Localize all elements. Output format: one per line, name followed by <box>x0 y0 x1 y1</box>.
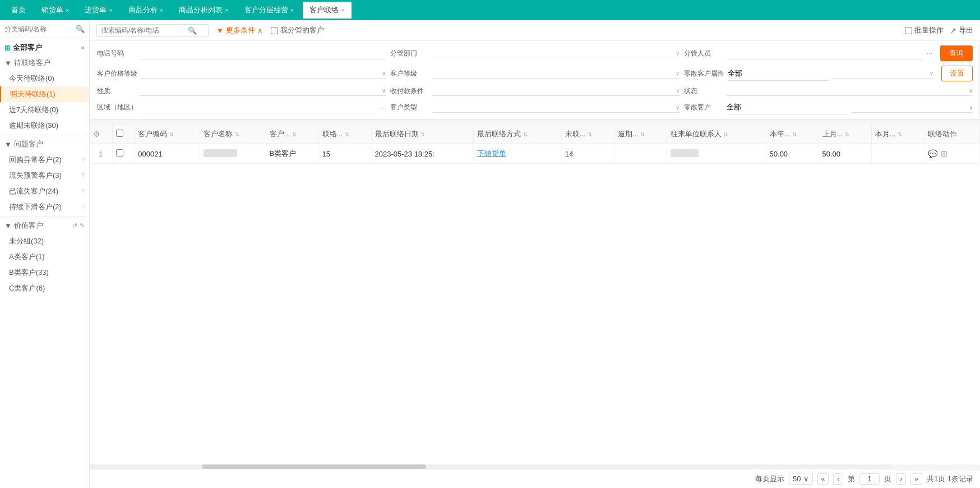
filter-select-dept[interactable]: ∨ <box>433 48 679 58</box>
batch-checkbox[interactable] <box>905 27 912 34</box>
sort-icon-method: ⇅ <box>523 131 528 137</box>
dots-btn-region[interactable]: ··· <box>380 104 386 112</box>
cell-checkbox[interactable] <box>112 144 135 164</box>
qr-icon[interactable]: ⊞ <box>941 149 947 158</box>
sidebar-item-churned[interactable]: 已流失客户(24) ? <box>0 183 89 199</box>
sidebar-item-today-contact[interactable]: 今天待联络(0) <box>0 71 89 86</box>
filter-select-retail-attr-val[interactable]: ∨ <box>832 68 933 79</box>
nav-close-customer-tier[interactable]: × <box>290 7 294 13</box>
sidebar-item-class-a[interactable]: A类客户(1) <box>0 249 89 265</box>
col-this-month[interactable]: 本月... ⇅ <box>871 125 924 144</box>
select-all-checkbox[interactable] <box>116 130 123 137</box>
sidebar-search-box[interactable]: 🔍 <box>0 20 89 38</box>
col-customer-code[interactable]: 客户编码 ⇅ <box>135 125 200 144</box>
col-this-year[interactable]: 本年... ⇅ <box>766 125 819 144</box>
my-customers-checkbox[interactable]: 我分管的客户 <box>271 25 324 35</box>
col-last-method[interactable]: 最后联络方式 ⇅ <box>473 125 561 144</box>
nav-home[interactable]: 首页 <box>4 2 33 19</box>
filter-select-retail[interactable]: 全部 <box>727 100 848 114</box>
filter-select-retail-val[interactable]: ∨ <box>851 103 973 113</box>
filter-input-phone[interactable] <box>140 48 386 59</box>
filter-input-manager[interactable]: ··· <box>727 48 932 59</box>
sidebar-item-churn-warning[interactable]: 流失预警客户(3) ? <box>0 168 89 183</box>
horizontal-scrollbar[interactable] <box>90 464 890 469</box>
col-last-month[interactable]: 上月... ⇅ <box>819 125 871 144</box>
search-icon[interactable]: 🔍 <box>188 26 197 35</box>
nav-customer-contact[interactable]: 客户联络 × <box>303 2 351 19</box>
sort-icon-overdue: ⇅ <box>640 131 645 137</box>
sidebar-item-declining[interactable]: 持续下滑客户(2) ? <box>0 199 89 215</box>
filter-select-customer-type[interactable]: ∨ <box>433 103 679 113</box>
filter-label-retail-attr: 零散客户属性 <box>684 69 724 79</box>
nav-sales-order[interactable]: 销货单 × <box>35 2 76 19</box>
filter-select-nature[interactable]: ∨ <box>140 86 386 96</box>
filter-label-customer-type: 客户类型 <box>390 103 429 112</box>
query-button[interactable]: 查询 <box>940 45 973 61</box>
prev-page-btn[interactable]: ‹ <box>833 473 843 485</box>
batch-action-btn[interactable]: 批量操作 <box>905 25 944 35</box>
filter-select-payment[interactable]: ∨ <box>433 86 679 96</box>
nav-close-product-list[interactable]: × <box>225 7 228 13</box>
sidebar-item-tomorrow-contact[interactable]: 明天待联络(1) <box>0 86 89 102</box>
next-page-btn[interactable]: › <box>896 473 906 485</box>
nav-close-product-analysis[interactable]: × <box>160 7 163 13</box>
page-size-select[interactable]: 50 ∨ <box>789 473 812 485</box>
row-checkbox[interactable] <box>116 149 123 156</box>
edit-icon[interactable]: ✎ <box>80 222 85 229</box>
last-page-btn[interactable]: » <box>910 473 922 485</box>
group-value-customers[interactable]: ▼ 价值客户 ↺ ✎ <box>0 218 89 233</box>
input-region[interactable] <box>141 102 376 113</box>
nav-product-analysis[interactable]: 商品分析 × <box>122 2 170 19</box>
sidebar-item-overdue-contact[interactable]: 逾期未联络(30) <box>0 118 89 133</box>
export-btn[interactable]: ↗ 导出 <box>950 25 973 35</box>
sidebar-item-7days-contact[interactable]: 近7天待联络(0) <box>0 102 89 118</box>
col-contact-count[interactable]: 联络... ⇅ <box>318 125 371 144</box>
contact-method-link[interactable]: 下销货单 <box>477 149 506 158</box>
search-input[interactable] <box>101 26 186 34</box>
nav-purchase-order[interactable]: 进货单 × <box>78 2 119 19</box>
sidebar-item-ungrouped[interactable]: 未分组(32) <box>0 233 89 249</box>
nav-close-customer-contact[interactable]: × <box>341 7 344 13</box>
col-customer-type[interactable]: 客户... ⇅ <box>266 125 318 144</box>
nav-product-analysis-list[interactable]: 商品分析列表 × <box>172 2 235 19</box>
sidebar-item-repurchase-abnormal[interactable]: 回购异常客户(2) ? <box>0 152 89 168</box>
page-input[interactable] <box>859 473 880 485</box>
refresh-icon[interactable]: ↺ <box>72 222 77 229</box>
nav-close-sales[interactable]: × <box>66 7 69 13</box>
sidebar-item-class-b[interactable]: B类客户(33) <box>0 265 89 280</box>
col-contact-person[interactable]: 往来单位联系人 ⇅ <box>667 125 766 144</box>
filter-select-customer-grade[interactable]: ∨ <box>433 68 679 79</box>
contact-icon[interactable]: 💬 <box>928 149 937 158</box>
filter-select-price-grade[interactable]: ∨ <box>141 68 386 79</box>
cell-name[interactable] <box>200 144 266 164</box>
sidebar-collapse-btn[interactable]: « <box>81 44 85 52</box>
dots-btn-manager[interactable]: ··· <box>927 49 932 57</box>
filter-more-btn[interactable]: ▼ 更多条件 ∧ <box>213 24 266 37</box>
cell-action[interactable]: 💬 ⊞ <box>924 144 979 164</box>
col-checkbox[interactable] <box>112 125 135 144</box>
filter-select-retail-attr[interactable]: 全部 <box>728 67 829 81</box>
my-customers-check[interactable] <box>271 27 278 34</box>
sidebar-search-icon[interactable]: 🔍 <box>76 25 85 33</box>
nav-customer-tier[interactable]: 客户分层经营 × <box>238 2 301 19</box>
group-pending-contact[interactable]: ▼ 待联络客户 <box>0 55 89 71</box>
col-last-date[interactable]: 最后联络日期 ⇅ <box>371 125 473 144</box>
input-manager[interactable] <box>727 48 922 59</box>
sidebar-item-class-c[interactable]: C类客户(6) <box>0 280 89 296</box>
filter-input-region[interactable]: ··· <box>141 102 386 113</box>
grid-icon: ⊞ <box>4 44 11 52</box>
group-problem-customers[interactable]: ▼ 问题客户 <box>0 136 89 152</box>
search-box[interactable]: 🔍 <box>96 24 209 37</box>
col-customer-name[interactable]: 客户名称 ⇅ <box>200 125 266 144</box>
col-overdue[interactable]: 逾期... ⇅ <box>614 125 667 144</box>
first-page-btn[interactable]: « <box>817 473 829 485</box>
col-uncontacted[interactable]: 未联... ⇅ <box>561 125 614 144</box>
col-settings[interactable]: ⚙ <box>90 125 112 144</box>
nav-close-purchase[interactable]: × <box>109 7 112 13</box>
filter-select-status[interactable]: ∨ <box>727 86 973 96</box>
cell-last-method[interactable]: 下销货单 <box>473 144 561 164</box>
table-gear-icon[interactable]: ⚙ <box>93 130 100 139</box>
sidebar-search-input[interactable] <box>4 25 73 33</box>
setting-button[interactable]: 设置 <box>941 66 973 81</box>
scrollbar-thumb[interactable] <box>202 464 426 469</box>
